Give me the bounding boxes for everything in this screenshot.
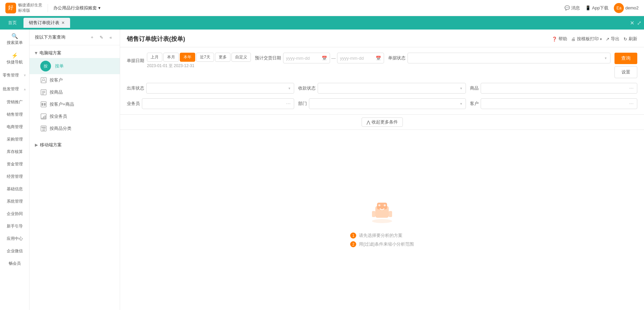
tip-1-text: 请先选择要分析的方案	[359, 232, 402, 239]
receipt-status-filter: 收款状态 ▾	[298, 83, 466, 94]
sidebar-item-app-center[interactable]: 应用中心	[0, 232, 29, 245]
sidebar-item-enterprise[interactable]: 企业协同	[0, 208, 29, 220]
help-btn[interactable]: ❓ 帮助	[552, 36, 567, 42]
tab-expand-icon[interactable]: ⤢	[637, 20, 641, 26]
add-scheme-btn[interactable]: ＋	[88, 34, 96, 41]
goods-ellipsis-icon: ···	[629, 85, 634, 91]
receipt-status-label: 收款状态	[298, 85, 316, 91]
sidebar-item-ecommerce[interactable]: 电商管理	[0, 121, 29, 133]
out-status-select[interactable]: ▾	[146, 83, 294, 94]
filter-row-3: 业务员 ··· 部门 ▾	[127, 98, 637, 109]
message-btn[interactable]: 💬 消息	[565, 5, 580, 11]
svg-point-20	[378, 204, 380, 206]
sidebar-item-vip[interactable]: 畅会员	[0, 257, 29, 270]
goods-input[interactable]: ···	[481, 83, 637, 94]
sidebar-item-operations[interactable]: 经营管理	[0, 170, 29, 183]
app-selector[interactable]: 办公用品行业模拟账套 ▾	[53, 5, 101, 11]
tab-home-label: 首页	[8, 20, 17, 26]
mobile-group-header[interactable]: ▶ 移动端方案	[30, 140, 120, 150]
salesperson-filter: 业务员 ···	[127, 98, 294, 109]
calendar-start-icon: 📅	[322, 56, 327, 61]
expected-date-end[interactable]: yyyy-mm-dd 📅	[337, 53, 384, 63]
sidebar-item-basics[interactable]: 基础信息	[0, 183, 29, 195]
tip-2-num: 2	[350, 241, 356, 247]
empty-illustration	[365, 193, 399, 227]
by-cust-goods-icon	[40, 101, 47, 108]
page-actions: ❓ 帮助 🖨 按模板打印 ▾ ↗ 导出 ↻	[552, 36, 637, 42]
sidebar-item-enterprise-wechat-label: 企业微信	[7, 248, 23, 254]
sidebar-item-marketing-label: 营销推广	[7, 99, 23, 105]
sidebar-item-search-menu[interactable]: 🔍 搜索菜单	[0, 30, 29, 49]
scheme-item-by-goods-category[interactable]: 按商品分类	[30, 122, 120, 135]
collapse-conditions-btn[interactable]: ⋀ 收起更多条件	[362, 117, 403, 127]
scheme-item-by-customer[interactable]: 按客户	[30, 74, 120, 86]
sidebar-item-sales-mgmt[interactable]: 销售管理	[0, 108, 29, 121]
svg-rect-12	[45, 115, 46, 119]
help-icon: ❓	[552, 37, 557, 42]
export-label: 导出	[611, 36, 620, 42]
sidebar-item-enterprise-wechat[interactable]: 企业微信	[0, 245, 29, 257]
sidebar-item-purchase[interactable]: 采购管理	[0, 133, 29, 146]
customer-input[interactable]: ···	[481, 98, 637, 109]
desktop-group-label: 电脑端方案	[40, 50, 61, 56]
app-download-label: App下载	[592, 5, 608, 11]
avatar: Ea	[614, 3, 624, 13]
receipt-status-select[interactable]: ▾	[318, 83, 466, 94]
collapse-panel-btn[interactable]: «	[107, 34, 114, 41]
settings-btn[interactable]: 设置	[614, 66, 637, 78]
refresh-icon: ↻	[624, 37, 627, 42]
left-panel-icons: ＋ ✎ «	[88, 34, 114, 41]
doc-status-arrow-icon: ▾	[605, 56, 607, 60]
desktop-group-header[interactable]: ▶ 电脑端方案	[30, 48, 120, 58]
sidebar-item-inventory[interactable]: 库存核算	[0, 146, 29, 158]
custom-btn[interactable]: 自定义	[231, 53, 251, 62]
tab-close-window-icon[interactable]: ✕	[630, 20, 634, 26]
user-name: demo2	[625, 5, 639, 10]
user-area[interactable]: Ea demo2	[614, 3, 639, 13]
sidebar-item-finance[interactable]: 资金管理	[0, 158, 29, 170]
salesperson-input[interactable]: ···	[142, 98, 294, 109]
refresh-btn[interactable]: ↻ 刷新	[624, 36, 637, 42]
app-download-btn[interactable]: 📱 App下载	[585, 5, 608, 11]
svg-rect-4	[42, 92, 45, 93]
svg-rect-16	[42, 130, 45, 131]
tab-close-icon[interactable]: ✕	[61, 20, 65, 25]
sidebar-item-quick-nav[interactable]: ⚡ 快捷导航	[0, 49, 29, 68]
svg-rect-23	[389, 211, 392, 217]
edit-scheme-btn[interactable]: ✎	[98, 34, 105, 41]
left-panel-title: 按以下方案查询	[35, 34, 65, 40]
sidebar-item-system[interactable]: 系统管理	[0, 195, 29, 208]
out-status-filter: 出库状态 ▾	[127, 83, 294, 94]
more-btn[interactable]: 更多	[215, 53, 230, 62]
scheme-item-by-salesperson[interactable]: 按业务员	[30, 110, 120, 122]
scheme-item-by-cust-goods[interactable]: 按客户+商品	[30, 98, 120, 110]
content-area: 按以下方案查询 ＋ ✎ « ▶ 电脑端方案	[30, 30, 644, 310]
doc-status-select[interactable]: ▾	[408, 53, 610, 63]
last-7days-btn[interactable]: 近7天	[196, 53, 214, 62]
prev-month-btn[interactable]: 上月	[147, 53, 162, 62]
desktop-group-chevron-icon: ▶	[35, 52, 38, 54]
sidebar-item-wholesale-mgmt[interactable]: 批发管理 ▲	[0, 82, 29, 96]
scheme-item-by-goods-category-label: 按商品分类	[50, 125, 71, 132]
sidebar-item-operations-label: 经营管理	[7, 174, 23, 179]
sidebar-item-retail-mgmt[interactable]: 零售管理 ▼	[0, 68, 29, 82]
page-title-row: 销售订单统计表(按单) ❓ 帮助 🖨 按模板打印 ▾ ↗	[127, 35, 637, 43]
date-filter: 单据日期 上月 本月 本年 近7天 更多 自定义 20	[127, 53, 251, 69]
this-year-btn[interactable]: 本年	[180, 53, 195, 62]
expected-date-start[interactable]: yyyy-mm-dd 📅	[283, 53, 330, 63]
sidebar-item-newbie[interactable]: 新手引导	[0, 220, 29, 232]
svg-point-21	[384, 204, 386, 206]
this-month-btn[interactable]: 本月	[163, 53, 179, 62]
export-btn[interactable]: ↗ 导出	[606, 36, 620, 42]
tab-home[interactable]: 首页	[3, 18, 22, 28]
collapse-bar: ⋀ 收起更多条件	[120, 115, 644, 130]
scheme-item-by-order[interactable]: 按 按单	[30, 58, 120, 74]
dept-select[interactable]: ▾	[309, 98, 466, 109]
tab-sales-stat[interactable]: 销售订单统计表 ✕	[23, 18, 70, 28]
by-order-active-dot: 按	[40, 61, 51, 71]
query-btn[interactable]: 查询	[614, 53, 637, 64]
scheme-item-by-goods[interactable]: 按商品	[30, 86, 120, 98]
template-print-btn[interactable]: 🖨 按模板打印 ▾	[571, 36, 602, 42]
sidebar-item-marketing[interactable]: 营销推广	[0, 96, 29, 108]
empty-tip-1: 1 请先选择要分析的方案	[350, 232, 414, 239]
